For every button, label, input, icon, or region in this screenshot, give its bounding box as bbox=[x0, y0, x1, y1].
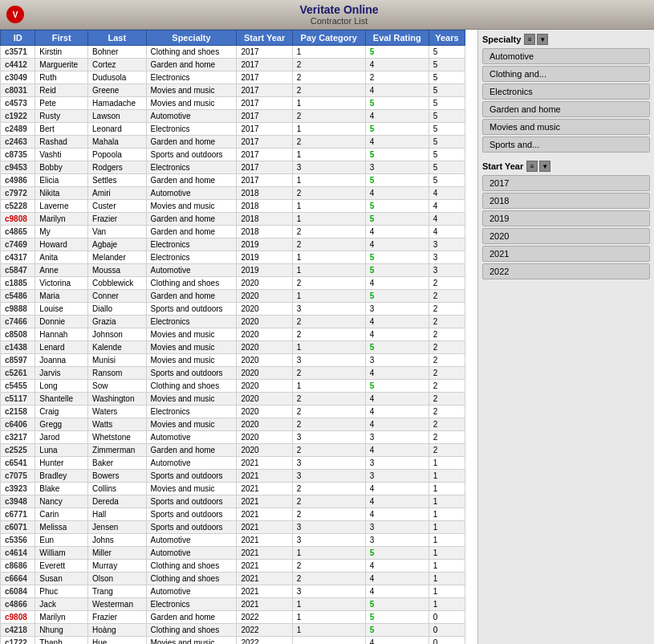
cell-specialty: Clothing and shoes bbox=[146, 46, 237, 59]
cell-pay-category: 1 bbox=[292, 547, 365, 560]
cell-first: Vashti bbox=[35, 149, 88, 161]
cell-pay-category: 2 bbox=[292, 508, 365, 521]
cell-specialty: Movies and music bbox=[146, 354, 237, 367]
cell-eval-rating: 3 bbox=[365, 354, 429, 367]
table-row: c5117ShantelleWashingtonMovies and music… bbox=[1, 393, 465, 406]
start-year-filter-item[interactable]: 2021 bbox=[482, 246, 650, 262]
table-row: c9453BobbyRodgersElectronics2017335 bbox=[1, 161, 465, 174]
cell-id: c8508 bbox=[1, 328, 35, 341]
cell-first: Lenard bbox=[35, 341, 88, 354]
main-table-area[interactable]: IDFirstLastSpecialtyStart YearPay Catego… bbox=[0, 30, 477, 644]
cell-last: Rodgers bbox=[88, 161, 147, 174]
cell-specialty: Clothing and shoes bbox=[146, 573, 237, 585]
cell-specialty: Automotive bbox=[146, 534, 237, 547]
cell-first: Joanna bbox=[35, 354, 88, 367]
start-year-filter-item[interactable]: 2020 bbox=[482, 228, 650, 244]
start-year-sort-icon[interactable]: ≡ bbox=[526, 161, 538, 172]
cell-eval-rating: 4 bbox=[365, 483, 429, 495]
cell-id: c1922 bbox=[1, 110, 35, 123]
cell-years: 0 bbox=[429, 611, 465, 624]
cell-pay-category: 2 bbox=[292, 71, 365, 84]
cell-eval-rating: 5 bbox=[365, 174, 429, 187]
cell-pay-category: 3 bbox=[292, 431, 365, 444]
cell-pay-category: 3 bbox=[292, 470, 365, 483]
cell-first: Ruth bbox=[35, 71, 88, 84]
cell-specialty: Automotive bbox=[146, 547, 237, 560]
cell-start-year: 2020 bbox=[237, 444, 292, 457]
cell-start-year: 2021 bbox=[237, 470, 292, 483]
cell-first: Bert bbox=[35, 123, 88, 136]
table-row: c1438LenardKalendeMovies and music202015… bbox=[1, 341, 465, 354]
cell-id: c4573 bbox=[1, 97, 35, 110]
cell-years: 2 bbox=[429, 367, 465, 380]
specialty-filter-icon[interactable]: ▼ bbox=[537, 34, 548, 45]
cell-pay-category: 2 bbox=[292, 277, 365, 290]
start-year-filter-item[interactable]: 2018 bbox=[482, 193, 650, 209]
cell-last: Cobblewick bbox=[88, 277, 147, 290]
cell-last: Lawson bbox=[88, 110, 147, 123]
cell-start-year: 2021 bbox=[237, 495, 292, 508]
cell-id: c5228 bbox=[1, 200, 35, 213]
table-row: c3571KirstinBohnerClothing and shoes2017… bbox=[1, 46, 465, 59]
cell-start-year: 2018 bbox=[237, 213, 292, 226]
cell-last: Bowers bbox=[88, 470, 147, 483]
table-row: c5455LongSowClothing and shoes2020152 bbox=[1, 380, 465, 393]
start-year-filter-item[interactable]: 2022 bbox=[482, 263, 650, 279]
cell-years: 5 bbox=[429, 84, 465, 97]
cell-specialty: Garden and home bbox=[146, 136, 237, 149]
cell-start-year: 2020 bbox=[237, 341, 292, 354]
title-text: Veritate Online Contractor List bbox=[30, 3, 648, 26]
specialty-filter-item[interactable]: Garden and home bbox=[482, 101, 650, 117]
cell-start-year: 2021 bbox=[237, 521, 292, 534]
table-row: c1722ThanhHueMovies and music202240 bbox=[1, 637, 465, 645]
cell-first: Eun bbox=[35, 534, 88, 547]
cell-last: Greene bbox=[88, 84, 147, 97]
cell-start-year: 2020 bbox=[237, 367, 292, 380]
specialty-filter-item[interactable]: Movies and music bbox=[482, 119, 650, 135]
col-header-pay-category: Pay Category bbox=[292, 31, 365, 46]
start-year-filter-item[interactable]: 2017 bbox=[482, 175, 650, 191]
cell-id: c4986 bbox=[1, 174, 35, 187]
cell-years: 4 bbox=[429, 213, 465, 226]
table-row: c5261JarvisRansomSports and outdoors2020… bbox=[1, 367, 465, 380]
cell-years: 5 bbox=[429, 149, 465, 161]
cell-pay-category: 3 bbox=[292, 585, 365, 598]
cell-first: Rashad bbox=[35, 136, 88, 149]
cell-last: Conner bbox=[88, 290, 147, 303]
specialty-filter-item[interactable]: Clothing and... bbox=[482, 66, 650, 82]
start-year-filter-icon[interactable]: ▼ bbox=[539, 161, 550, 172]
table-row: c5486MariaConnerGarden and home2020152 bbox=[1, 290, 465, 303]
cell-pay-category: 1 bbox=[292, 213, 365, 226]
specialty-filter-item[interactable]: Sports and... bbox=[482, 137, 650, 153]
cell-start-year: 2018 bbox=[237, 187, 292, 200]
cell-first: Craig bbox=[35, 406, 88, 418]
cell-start-year: 2019 bbox=[237, 251, 292, 264]
cell-years: 2 bbox=[429, 316, 465, 328]
start-year-filter-item[interactable]: 2019 bbox=[482, 210, 650, 226]
app-title: Veritate Online bbox=[30, 3, 648, 16]
col-header-specialty: Specialty bbox=[146, 31, 237, 46]
cell-id: c3948 bbox=[1, 495, 35, 508]
cell-years: 5 bbox=[429, 97, 465, 110]
cell-specialty: Electronics bbox=[146, 238, 237, 251]
cell-pay-category: 2 bbox=[292, 418, 365, 431]
cell-first: Victorina bbox=[35, 277, 88, 290]
cell-first: Kirstin bbox=[35, 46, 88, 59]
cell-start-year: 2021 bbox=[237, 508, 292, 521]
specialty-filter-item[interactable]: Automotive bbox=[482, 48, 650, 64]
specialty-sort-icon[interactable]: ≡ bbox=[524, 34, 535, 45]
table-row: c2158CraigWatersElectronics2020242 bbox=[1, 406, 465, 418]
cell-eval-rating: 5 bbox=[365, 97, 429, 110]
cell-specialty: Movies and music bbox=[146, 328, 237, 341]
cell-specialty: Clothing and shoes bbox=[146, 380, 237, 393]
cell-start-year: 2017 bbox=[237, 149, 292, 161]
cell-eval-rating: 4 bbox=[365, 316, 429, 328]
cell-start-year: 2020 bbox=[237, 303, 292, 316]
cell-years: 0 bbox=[429, 637, 465, 645]
cell-first: Anne bbox=[35, 264, 88, 277]
specialty-filter-item[interactable]: Electronics bbox=[482, 84, 650, 100]
cell-specialty: Garden and home bbox=[146, 290, 237, 303]
cell-id: c9888 bbox=[1, 303, 35, 316]
cell-last: Van bbox=[88, 226, 147, 238]
cell-specialty: Garden and home bbox=[146, 444, 237, 457]
